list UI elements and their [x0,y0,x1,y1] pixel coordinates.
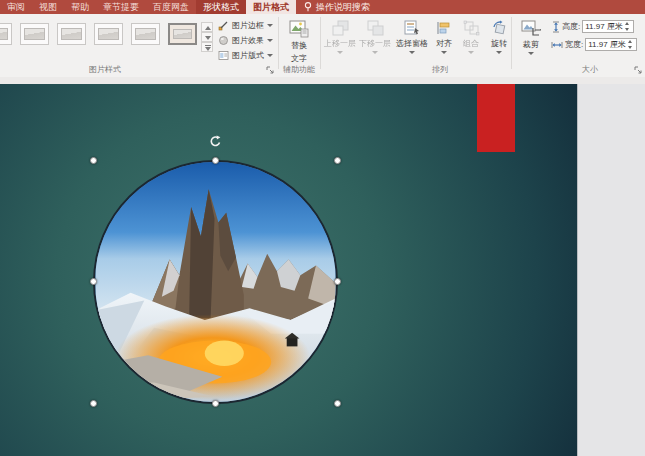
chevron-down-icon [468,51,474,54]
group-label: 组合 [463,38,479,49]
rotate-handle-icon[interactable] [209,134,222,147]
group-separator [511,17,512,69]
bring-forward-button[interactable]: 上移一层 [323,20,357,72]
tell-me-pin-icon [304,2,312,12]
size-dialog-launcher[interactable] [634,66,643,75]
tab-view[interactable]: 视图 [32,0,64,14]
chevron-down-icon [267,39,273,42]
height-row: 高度: 11.97 厘米 [551,20,634,33]
height-input[interactable]: 11.97 厘米 [582,20,634,33]
group-objects-icon [463,20,480,36]
picture-style-gallery [0,23,197,51]
picture-style-thumb[interactable] [94,23,123,45]
tab-baidu-netdisk[interactable]: 百度网盘 [146,0,196,14]
align-icon [436,20,453,36]
picture-style-thumb[interactable] [20,23,49,45]
layout-icon [218,50,229,61]
picture-styles-dialog-launcher[interactable] [266,66,275,75]
height-value: 11.97 厘米 [585,21,624,32]
width-input[interactable]: 11.97 厘米 [585,38,637,51]
red-accent-rectangle[interactable] [477,84,515,152]
selection-handle-bottom-left[interactable] [90,400,97,407]
height-spinner[interactable] [624,21,631,32]
height-label: 高度: [562,21,580,32]
tab-review[interactable]: 审阅 [0,0,32,14]
crop-label: 裁剪 [523,39,539,50]
selection-handle-middle-left[interactable] [90,278,97,285]
cropped-circle-picture[interactable] [93,160,338,404]
picture-layout-label: 图片版式 [232,50,264,61]
chevron-down-icon [267,24,273,27]
height-icon [551,21,560,33]
gallery-scroll-down-button[interactable] [201,32,213,42]
width-icon [551,40,563,49]
tab-shape-format[interactable]: 形状格式 [196,0,246,14]
picture-style-thumb[interactable] [0,23,12,45]
picture-border-label: 图片边框 [232,20,264,31]
selection-handle-bottom-right[interactable] [334,400,341,407]
size-group-label: 大小 [540,64,640,75]
rotate-label: 旋转 [491,38,507,49]
chevron-down-icon [441,51,447,54]
chevron-down-icon [409,51,415,54]
picture-style-thumb-selected[interactable] [168,23,197,45]
group-separator [320,17,321,69]
bring-forward-icon [332,20,349,36]
powerpoint-window: 审阅 视图 帮助 章节提要 百度网盘 形状格式 图片格式 操作说明搜索 [0,0,645,456]
alt-text-picture-icon [289,20,309,38]
selection-pane-icon [404,20,421,36]
selection-handle-top-left[interactable] [90,157,97,164]
alt-text-label-line2: 文字 [291,53,307,64]
workspace-gap [0,77,645,84]
tab-help[interactable]: 帮助 [64,0,96,14]
picture-style-thumb[interactable] [131,23,160,45]
selection-handle-top-right[interactable] [334,157,341,164]
chevron-down-icon [372,51,378,54]
send-backward-label: 下移一层 [359,38,391,49]
gallery-scrollbar [201,22,213,52]
width-label: 宽度: [565,39,583,50]
pen-border-icon [218,20,229,31]
crop-icon [521,20,541,37]
chevron-down-icon [496,51,502,54]
bring-forward-label: 上移一层 [324,38,356,49]
picture-styles-group-label: 图片样式 [55,64,155,75]
effects-sphere-icon [218,35,229,46]
ribbon: 图片边框 图片效果 图片版式 图片样式 [0,14,645,78]
tab-chapter-summary[interactable]: 章节提要 [96,0,146,14]
picture-effects-button[interactable]: 图片效果 [218,33,276,47]
picture-border-button[interactable]: 图片边框 [218,18,276,32]
mountain-photo [95,162,336,402]
arrange-group-label: 排列 [390,64,490,75]
alt-text-label-line1: 替换 [291,40,307,51]
accessibility-group-label: 辅助功能 [280,64,318,75]
gallery-scroll-up-button[interactable] [201,22,213,32]
send-backward-icon [367,20,384,36]
tab-picture-format[interactable]: 图片格式 [246,0,296,14]
gallery-more-button[interactable] [201,42,213,52]
selection-handle-bottom-center[interactable] [212,400,219,407]
picture-style-thumb[interactable] [57,23,86,45]
canvas-background [578,84,645,456]
chevron-down-icon [267,54,273,57]
tell-me-search[interactable]: 操作说明搜索 [296,0,378,14]
width-row: 宽度: 11.97 厘米 [551,38,637,51]
picture-effects-label: 图片效果 [232,35,264,46]
selection-handle-middle-right[interactable] [334,278,341,285]
chevron-down-icon [337,51,343,54]
selection-handle-top-center[interactable] [212,157,219,164]
send-backward-button[interactable]: 下移一层 [358,20,392,72]
width-value: 11.97 厘米 [588,39,627,50]
width-spinner[interactable] [627,39,634,50]
slide-canvas[interactable] [0,84,578,456]
tell-me-label: 操作说明搜索 [316,1,370,14]
ribbon-tab-bar: 审阅 视图 帮助 章节提要 百度网盘 形状格式 图片格式 操作说明搜索 [0,0,645,14]
selection-pane-label: 选择窗格 [396,38,428,49]
rotate-objects-icon [491,20,508,36]
chevron-down-icon [528,52,534,55]
align-label: 对齐 [436,38,452,49]
group-separator [278,17,279,69]
picture-layout-button[interactable]: 图片版式 [218,48,276,62]
